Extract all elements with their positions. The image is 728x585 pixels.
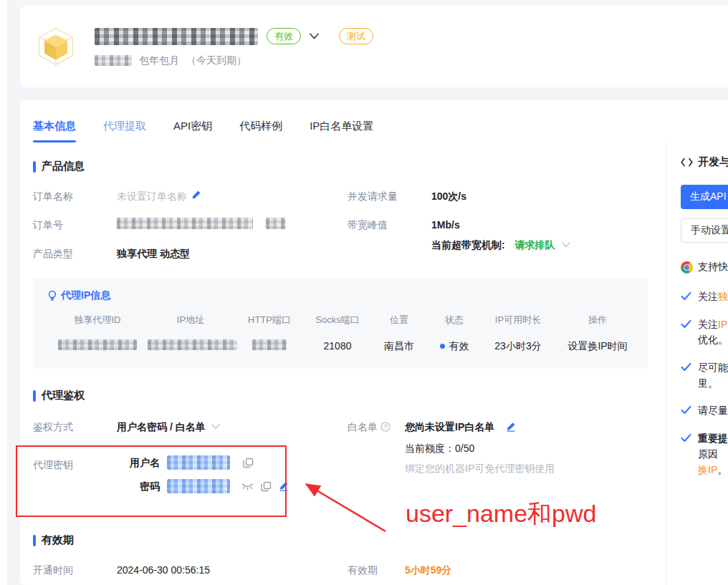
- password-copy-icon[interactable]: [261, 481, 272, 492]
- socks-port-value: 21080: [305, 339, 370, 352]
- auth-method-chevron-icon[interactable]: [211, 424, 220, 430]
- section-title-validity: 有效期: [33, 533, 666, 547]
- tab-proxy-extract[interactable]: 代理提取: [103, 120, 146, 142]
- auth-method-value[interactable]: 用户名密码 / 白名单: [117, 420, 206, 434]
- order-name-edit-icon[interactable]: [191, 189, 201, 203]
- chrome-icon: [681, 261, 693, 274]
- bulb-icon: [47, 290, 57, 301]
- concurrency-row: 并发请求量 100次/s: [348, 189, 666, 203]
- bandwidth-label: 带宽峰值: [348, 218, 431, 232]
- order-name-row: 订单名称 未设置订单名称: [33, 189, 348, 203]
- billing-type-text: 包年包月: [139, 54, 179, 67]
- status-value: 有效: [449, 340, 469, 352]
- bandwidth-row: 带宽峰值 1Mb/s 当前超带宽机制: 请求排队: [348, 218, 666, 252]
- set-ip-rotation-link[interactable]: 设置换IP时间: [556, 339, 639, 352]
- product-detail-page: 有效 测试 包年包月 （今天到期） 基本信息 代理提取 API密钥 代码样例 I…: [0, 0, 728, 585]
- over-bandwidth-value[interactable]: 请求排队: [515, 239, 555, 251]
- order-name-label: 订单名称: [33, 189, 117, 203]
- section-title-text: 有效期: [42, 533, 74, 547]
- check-icon: [681, 319, 691, 329]
- validity-duration-label: 有效期: [348, 563, 405, 577]
- tab-api-key[interactable]: API密钥: [173, 120, 212, 142]
- tip-text-tail: 。: [717, 464, 727, 475]
- col-header-socks-port: Socks端口: [305, 314, 370, 327]
- tip-item-5: 重要提原因换IP。: [681, 431, 728, 478]
- tip-item-2: 关注IP优化。: [681, 317, 728, 348]
- manual-setting-button[interactable]: 手动设置: [681, 218, 728, 243]
- generate-api-button[interactable]: 生成API: [681, 185, 728, 209]
- main-content: 产品信息 订单名称 未设置订单名称 订单号: [20, 142, 666, 585]
- whitelist-edit-icon[interactable]: [506, 421, 516, 435]
- detail-card: 基本信息 代理提取 API密钥 代码样例 IP白名单设置 产品信息 订单名称 未…: [20, 100, 728, 585]
- tip-link[interactable]: IP: [718, 319, 727, 330]
- open-time-label: 开通时间: [33, 563, 117, 577]
- tab-basic-info[interactable]: 基本信息: [33, 120, 76, 142]
- order-no-row: 订单号: [33, 218, 348, 232]
- section-bar: [33, 161, 36, 173]
- whitelist-row: 白名单 ? 您尚未设置IP白名单 当前额度：0/50: [348, 420, 666, 475]
- tip-text: 请尽量: [698, 405, 728, 416]
- ip-redacted: [148, 339, 237, 350]
- section-title-text: 代理鉴权: [42, 389, 85, 402]
- section-bar: [33, 535, 36, 546]
- svg-text:?: ?: [384, 423, 388, 430]
- password-edit-icon[interactable]: [279, 481, 289, 491]
- username-row: 用户名: [117, 455, 289, 470]
- order-no-label: 订单号: [33, 218, 117, 232]
- status-chevron-down-icon[interactable]: [310, 33, 319, 39]
- product-type-value: 独享代理 动态型: [117, 246, 190, 261]
- tip-text-line2: 优化。: [698, 332, 728, 348]
- tip-text-bold: 重要提: [698, 432, 728, 444]
- col-header-proxy-id: 独享代理ID: [47, 314, 148, 327]
- expiry-text: （今天到期）: [186, 54, 246, 67]
- tip-link[interactable]: 独: [718, 291, 728, 302]
- password-row: 密码: [117, 479, 289, 493]
- proxy-ip-info-box: 代理IP信息 独享代理ID IP地址 HTTP端口 Socks端口21080 位…: [33, 278, 648, 369]
- ip-duration-value: 23小时3分: [480, 339, 556, 352]
- col-header-status: 状态: [428, 314, 480, 327]
- product-subtitle-redacted: [95, 55, 132, 66]
- tip-text-line2: 里。: [698, 376, 728, 392]
- bandwidth-value: 1Mb/s: [431, 219, 460, 231]
- col-header-http-port: HTTP端口: [234, 314, 305, 327]
- section-bar: [33, 390, 36, 402]
- tip-text: 关注: [698, 291, 718, 302]
- proxy-ip-table: 独享代理ID IP地址 HTTP端口 Socks端口21080 位置南昌市 状态…: [47, 314, 648, 353]
- check-icon: [681, 291, 691, 301]
- product-type-row: 产品类型 独享代理 动态型: [33, 246, 348, 261]
- product-type-label: 产品类型: [33, 246, 117, 261]
- tab-code-samples[interactable]: 代码样例: [239, 120, 282, 142]
- section-title-product-info: 产品信息: [33, 160, 666, 173]
- whitelist-label: 白名单: [348, 420, 378, 434]
- password-label: 密码: [117, 479, 160, 493]
- password-show-eye-icon[interactable]: [241, 483, 254, 490]
- tip-text: 尽可能: [698, 362, 728, 373]
- product-title-redacted: [95, 28, 258, 45]
- open-time-row: 开通时间 2024-06-30 00:56:15: [33, 563, 348, 577]
- over-bandwidth-chevron-icon[interactable]: [562, 242, 570, 248]
- location-value: 南昌市: [370, 339, 428, 352]
- sidebar-title-text: 开发与: [698, 155, 728, 169]
- col-header-action: 操作: [556, 314, 639, 327]
- whitelist-help-icon[interactable]: ?: [380, 422, 391, 432]
- code-icon: [681, 157, 693, 168]
- over-bandwidth-label: 当前超带宽机制:: [431, 239, 505, 251]
- col-header-ip: IP地址: [148, 314, 234, 327]
- username-label: 用户名: [117, 455, 160, 470]
- dev-sidebar: 开发与 生成API 手动设置 支持快 关注独 关注IP优化。: [666, 142, 728, 585]
- auth-method-label: 鉴权方式: [33, 420, 117, 434]
- tip-link[interactable]: 换IP: [698, 464, 717, 475]
- product-header-card: 有效 测试 包年包月 （今天到期）: [20, 6, 728, 87]
- concurrency-label: 并发请求量: [348, 189, 431, 203]
- username-copy-icon[interactable]: [243, 458, 254, 468]
- section-title-text: 产品信息: [42, 160, 85, 173]
- proxy-key-row: 代理密钥 用户名 密码: [33, 455, 348, 493]
- whitelist-quota: 当前额度：0/50: [405, 441, 555, 455]
- test-badge: 测试: [339, 28, 373, 44]
- validity-duration-value: 5小时59分: [405, 563, 451, 577]
- proxy-id-redacted: [58, 339, 137, 350]
- section-title-proxy-auth: 代理鉴权: [33, 389, 666, 402]
- col-header-location: 位置: [370, 314, 428, 327]
- tab-ip-whitelist[interactable]: IP白名单设置: [310, 120, 373, 142]
- check-icon: [681, 433, 691, 443]
